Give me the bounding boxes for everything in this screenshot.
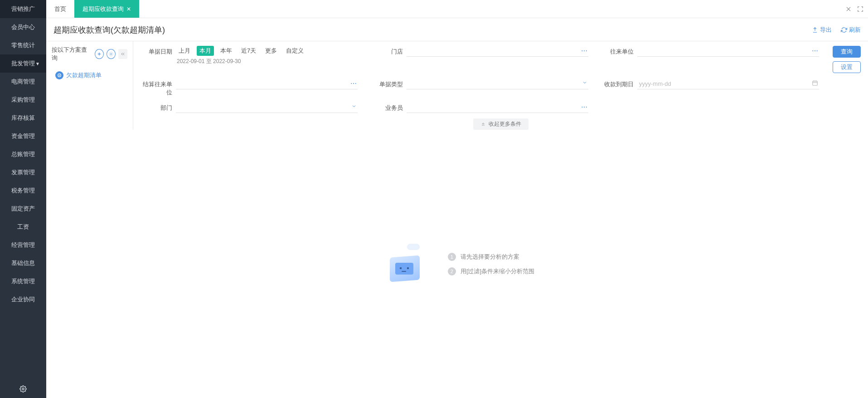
lookup-icon[interactable]: ⋯ xyxy=(581,103,587,111)
tab-label: 首页 xyxy=(54,5,66,13)
scheme-item-overdue[interactable]: 欠款超期清单 xyxy=(46,67,133,84)
tab-overdue-query[interactable]: 超期应收款查询 ✕ xyxy=(74,0,139,18)
step-text: 用[过滤]条件来缩小分析范围 xyxy=(461,267,534,275)
sidebar-item-system[interactable]: 系统管理 xyxy=(0,272,46,290)
gear-icon xyxy=(109,52,113,56)
filter-store: 门店 ⋯ xyxy=(371,46,588,57)
sidebar-item-fixed-asset[interactable]: 固定资产 xyxy=(0,200,46,218)
empty-state: 1 请先选择要分析的方案 2 用[过滤]条件来缩小分析范围 xyxy=(380,239,534,289)
chip-custom[interactable]: 自定义 xyxy=(283,46,306,56)
sidebar-item-label: 电商管理 xyxy=(11,78,35,86)
scheme-badge-icon xyxy=(55,71,63,79)
sidebar-item-operation[interactable]: 经营管理 xyxy=(0,236,46,254)
sidebar-item-label: 批发管理 xyxy=(11,59,35,68)
sidebar-item-label: 资金管理 xyxy=(11,132,35,140)
sidebar-item-label: 会员中心 xyxy=(11,23,35,31)
add-scheme-button[interactable] xyxy=(95,49,104,59)
collapse-conditions-button[interactable]: 收起更多条件 xyxy=(473,118,529,130)
step-text: 请先选择要分析的方案 xyxy=(461,253,519,261)
collapse-bar: 收起更多条件 xyxy=(141,118,861,130)
filter-label: 门店 xyxy=(371,46,407,56)
filter-label: 往来单位 xyxy=(602,46,637,56)
sidebar-item-label: 发票管理 xyxy=(11,168,35,177)
tab-home[interactable]: 首页 xyxy=(46,0,74,18)
main: 首页 超期应收款查询 ✕ 超期应收款查询(欠款超期清单) 导出 xyxy=(46,0,868,398)
tab-label: 超期应收款查询 xyxy=(82,5,124,13)
sidebar-item-label: 总账管理 xyxy=(11,150,35,158)
chip-this-month[interactable]: 本月 xyxy=(197,46,214,56)
chip-more[interactable]: 更多 xyxy=(262,46,280,56)
partner-input[interactable] xyxy=(637,46,819,57)
title-row: 超期应收款查询(欠款超期清单) 导出 刷新 xyxy=(46,18,868,41)
chip-last-month[interactable]: 上月 xyxy=(176,46,193,56)
close-icon[interactable]: ✕ xyxy=(126,6,131,12)
chip-this-year[interactable]: 本年 xyxy=(218,46,235,56)
chevron-up-icon xyxy=(480,122,486,127)
filter-label: 部门 xyxy=(141,102,176,112)
collapse-scheme-button[interactable] xyxy=(118,49,127,59)
gear-icon xyxy=(19,385,27,393)
sidebar-item-inventory[interactable]: 库存核算 xyxy=(0,109,46,127)
sidebar-item-ledger[interactable]: 总账管理 xyxy=(0,145,46,163)
filter-dept: 部门 xyxy=(141,102,358,113)
lookup-icon[interactable]: ⋯ xyxy=(350,80,357,87)
chevron-down-icon[interactable] xyxy=(351,103,357,109)
fullscreen-button[interactable] xyxy=(857,6,863,12)
lookup-icon[interactable]: ⋯ xyxy=(812,47,818,54)
filter-label: 收款到期日 xyxy=(602,79,637,88)
due-date-input[interactable] xyxy=(637,79,819,89)
settle-partner-input[interactable] xyxy=(176,79,358,89)
sidebar-item-invoice[interactable]: 发票管理 xyxy=(0,163,46,182)
caret-down-icon: ▼ xyxy=(35,61,40,66)
chevron-left-icon xyxy=(120,51,126,57)
sidebar-item-wholesale[interactable]: 批发管理▼ xyxy=(0,54,46,73)
sidebar-item-label: 零售统计 xyxy=(11,41,35,49)
settings-button[interactable]: 设置 xyxy=(833,61,861,73)
collapse-label: 收起更多条件 xyxy=(489,120,521,128)
filter-label: 单据日期 xyxy=(141,46,176,56)
step-number-badge: 2 xyxy=(448,267,456,275)
sidebar-item-member[interactable]: 会员中心 xyxy=(0,18,46,36)
close-all-tabs-button[interactable] xyxy=(845,6,852,12)
sidebar-item-enterprise[interactable]: 企业协同 xyxy=(0,290,46,309)
scheme-header-label: 按以下方案查询 xyxy=(52,46,89,62)
lookup-icon[interactable]: ⋯ xyxy=(581,47,587,54)
sidebar-item-salary[interactable]: 工资 xyxy=(0,218,46,236)
export-button[interactable]: 导出 xyxy=(812,26,832,34)
svg-rect-7 xyxy=(813,81,818,85)
dept-select[interactable] xyxy=(176,102,358,113)
sidebar-item-retail-stats[interactable]: 零售统计 xyxy=(0,36,46,54)
sidebar-item-label: 固定资产 xyxy=(11,205,35,213)
salesman-input[interactable] xyxy=(407,102,588,113)
scheme-settings-button[interactable] xyxy=(107,49,116,59)
doc-type-select[interactable] xyxy=(407,79,588,89)
filter-partner: 往来单位 ⋯ xyxy=(602,46,819,57)
filter-doc-type: 单据类型 xyxy=(371,79,588,89)
empty-step-2: 2 用[过滤]条件来缩小分析范围 xyxy=(448,267,534,275)
plus-icon xyxy=(97,52,102,56)
export-icon xyxy=(812,27,818,33)
sidebar-item-purchase[interactable]: 采购管理 xyxy=(0,91,46,109)
sidebar-item-ecommerce[interactable]: 电商管理 xyxy=(0,73,46,91)
sidebar-item-label: 工资 xyxy=(17,223,29,231)
chip-last-7d[interactable]: 近7天 xyxy=(238,46,259,56)
filter-doc-date: 单据日期 上月 本月 本年 近7天 更多 自定义 2022- xyxy=(141,46,358,65)
sidebar-item-basic-info[interactable]: 基础信息 xyxy=(0,254,46,272)
chevron-down-icon[interactable] xyxy=(582,80,587,85)
sidebar-item-tax[interactable]: 税务管理 xyxy=(0,182,46,200)
sidebar-settings-button[interactable] xyxy=(0,380,46,398)
step-number-badge: 1 xyxy=(448,253,456,261)
sidebar-item-marketing[interactable]: 营销推广 xyxy=(0,0,46,18)
store-input[interactable] xyxy=(407,46,588,57)
calendar-icon[interactable] xyxy=(812,80,818,86)
scheme-header: 按以下方案查询 xyxy=(46,41,133,67)
scheme-item-label: 欠款超期清单 xyxy=(66,71,102,79)
sidebar-item-label: 税务管理 xyxy=(11,187,35,195)
filter-label: 业务员 xyxy=(371,102,407,112)
refresh-button[interactable]: 刷新 xyxy=(841,26,861,34)
query-button[interactable]: 查询 xyxy=(833,46,861,58)
sidebar-item-funds[interactable]: 资金管理 xyxy=(0,127,46,145)
date-chips: 上月 本月 本年 近7天 更多 自定义 xyxy=(176,46,358,56)
sidebar-item-label: 采购管理 xyxy=(11,96,35,104)
sidebar-item-label: 营销推广 xyxy=(11,5,35,13)
